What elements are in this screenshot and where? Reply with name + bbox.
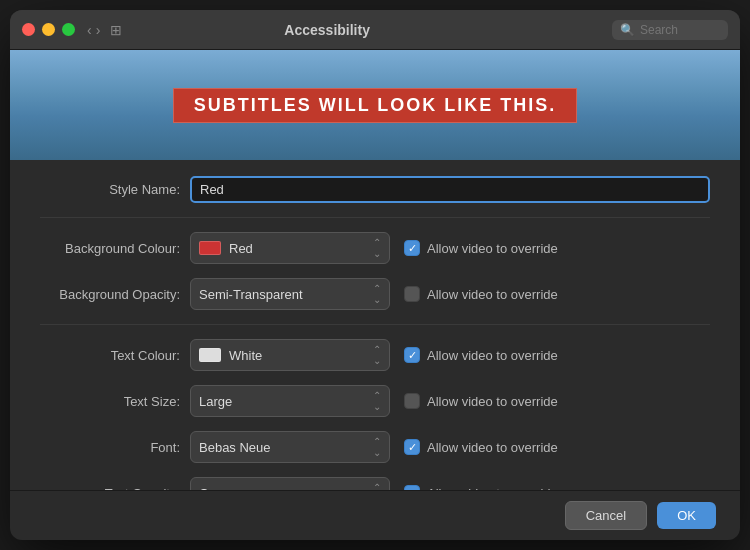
text-opacity-value: Opaque — [199, 486, 245, 491]
text-size-row: Text Size: Large ⌃⌄ Allow video to overr… — [40, 385, 710, 417]
font-value: Bebas Neue — [199, 440, 271, 455]
text-colour-row: Text Colour: White ⌃⌄ ✓ Allow video to o… — [40, 339, 710, 371]
text-colour-label: Text Colour: — [40, 348, 180, 363]
search-area[interactable]: 🔍 — [612, 20, 728, 40]
text-colour-checkbox[interactable]: ✓ — [404, 347, 420, 363]
footer: Cancel OK — [10, 490, 740, 540]
dropdown-chevron-icon: ⌃⌄ — [373, 237, 381, 259]
background-opacity-override: Allow video to override — [404, 286, 558, 302]
background-colour-checkbox[interactable]: ✓ — [404, 240, 420, 256]
text-opacity-dropdown[interactable]: Opaque ⌃⌄ — [190, 477, 390, 490]
subtitle-preview: SUBTITLES WILL LOOK LIKE THIS. — [10, 50, 740, 160]
text-size-label: Text Size: — [40, 394, 180, 409]
background-colour-row: Background Colour: Red ⌃⌄ ✓ Allow video … — [40, 232, 710, 264]
text-size-checkbox[interactable] — [404, 393, 420, 409]
dropdown-chevron-4-icon: ⌃⌄ — [373, 390, 381, 412]
text-size-override-label: Allow video to override — [427, 394, 558, 409]
background-colour-label: Background Colour: — [40, 241, 180, 256]
font-override-label: Allow video to override — [427, 440, 558, 455]
dropdown-chevron-2-icon: ⌃⌄ — [373, 283, 381, 305]
background-colour-override: ✓ Allow video to override — [404, 240, 558, 256]
text-opacity-row: Text Opacity: Opaque ⌃⌄ ✓ Allow video to… — [40, 477, 710, 490]
font-row: Font: Bebas Neue ⌃⌄ ✓ Allow video to ove… — [40, 431, 710, 463]
separator-2 — [40, 324, 710, 325]
style-name-input[interactable] — [190, 176, 710, 203]
text-size-value: Large — [199, 394, 232, 409]
background-opacity-override-label: Allow video to override — [427, 287, 558, 302]
subtitle-preview-text: SUBTITLES WILL LOOK LIKE THIS. — [173, 88, 578, 123]
close-button[interactable] — [22, 23, 35, 36]
font-dropdown[interactable]: Bebas Neue ⌃⌄ — [190, 431, 390, 463]
background-opacity-checkbox[interactable] — [404, 286, 420, 302]
background-opacity-value: Semi-Transparent — [199, 287, 303, 302]
search-icon: 🔍 — [620, 23, 635, 37]
search-input[interactable] — [640, 23, 720, 37]
ok-button[interactable]: OK — [657, 502, 716, 529]
dropdown-chevron-3-icon: ⌃⌄ — [373, 344, 381, 366]
text-colour-override-label: Allow video to override — [427, 348, 558, 363]
background-opacity-dropdown[interactable]: Semi-Transparent ⌃⌄ — [190, 278, 390, 310]
window-title: Accessibility — [42, 22, 612, 38]
text-colour-dropdown[interactable]: White ⌃⌄ — [190, 339, 390, 371]
text-colour-override: ✓ Allow video to override — [404, 347, 558, 363]
background-opacity-label: Background Opacity: — [40, 287, 180, 302]
text-colour-swatch — [199, 348, 221, 362]
background-colour-override-label: Allow video to override — [427, 241, 558, 256]
text-size-override: Allow video to override — [404, 393, 558, 409]
separator-1 — [40, 217, 710, 218]
background-opacity-row: Background Opacity: Semi-Transparent ⌃⌄ … — [40, 278, 710, 310]
style-name-label: Style Name: — [40, 182, 180, 197]
text-size-dropdown[interactable]: Large ⌃⌄ — [190, 385, 390, 417]
accessibility-window: ‹ › ⊞ Accessibility 🔍 SUBTITLES WILL LOO… — [10, 10, 740, 540]
text-colour-value: White — [229, 348, 262, 363]
dropdown-chevron-6-icon: ⌃⌄ — [373, 482, 381, 490]
font-label: Font: — [40, 440, 180, 455]
background-colour-dropdown[interactable]: Red ⌃⌄ — [190, 232, 390, 264]
titlebar: ‹ › ⊞ Accessibility 🔍 — [10, 10, 740, 50]
cancel-button[interactable]: Cancel — [565, 501, 647, 530]
style-name-row: Style Name: — [40, 176, 710, 203]
background-colour-swatch — [199, 241, 221, 255]
font-checkbox[interactable]: ✓ — [404, 439, 420, 455]
dropdown-chevron-5-icon: ⌃⌄ — [373, 436, 381, 458]
font-override: ✓ Allow video to override — [404, 439, 558, 455]
settings-content: Style Name: Background Colour: Red ⌃⌄ ✓ … — [10, 160, 740, 490]
background-colour-value: Red — [229, 241, 253, 256]
